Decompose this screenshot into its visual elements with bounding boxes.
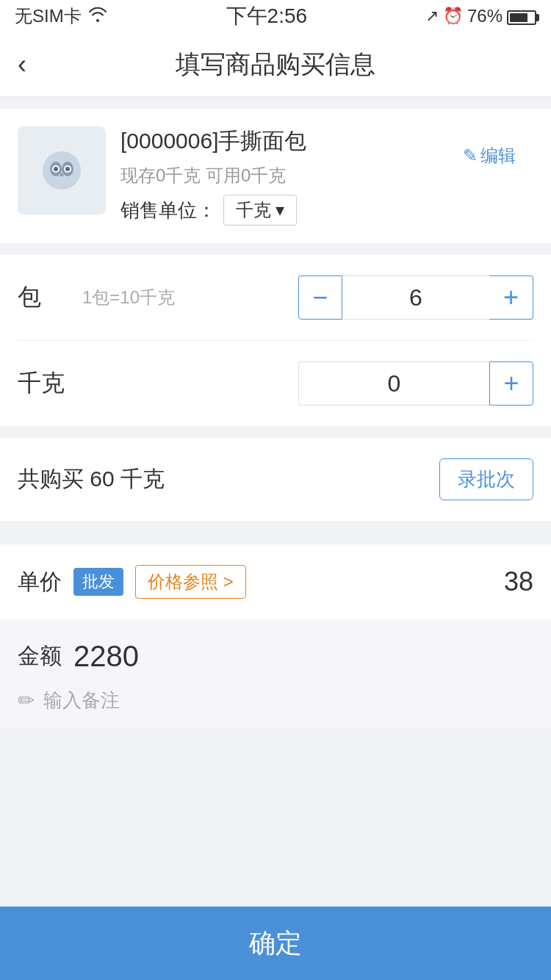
amount-section: 金额 2280 ✏ 输入备注	[0, 619, 551, 728]
status-bar: 无SIM卡 下午2:56 ↗ ⏰ 76%	[0, 0, 551, 32]
qty-label-kg: 千克	[18, 367, 76, 400]
price-tag: 批发	[73, 568, 123, 596]
quantity-section: 包 1包=10千克 − + 千克 +	[0, 255, 551, 426]
back-button[interactable]: ‹	[18, 49, 26, 80]
wifi-icon	[87, 6, 108, 26]
pencil-icon: ✏	[18, 688, 35, 713]
qty-plus-kg[interactable]: +	[489, 361, 533, 406]
battery-icon	[507, 6, 536, 26]
qty-controls-bag: − +	[298, 275, 533, 320]
amount-label: 金额	[18, 641, 62, 671]
note-placeholder: 输入备注	[43, 688, 120, 713]
total-section: 共购买 60 千克 录批次	[0, 438, 551, 521]
edit-button[interactable]: ✎ 编辑	[463, 144, 516, 167]
product-unit-row: 销售单位： 千克 ▾	[120, 195, 533, 226]
svg-point-0	[43, 151, 81, 190]
status-time: 下午2:56	[226, 2, 308, 30]
svg-point-5	[54, 167, 58, 171]
unit-select[interactable]: 千克 ▾	[223, 195, 297, 226]
edit-label: 编辑	[480, 144, 516, 167]
product-card: [0000006]手撕面包 现存0千克 可用0千克 销售单位： 千克 ▾ ✎ 编…	[0, 109, 551, 243]
unit-label: 销售单位：	[120, 198, 216, 223]
qty-row-kg: 千克 +	[18, 341, 533, 426]
price-label: 单价	[18, 567, 62, 597]
battery-percent: 76%	[467, 6, 503, 26]
qty-minus-bag[interactable]: −	[298, 275, 342, 320]
confirm-button[interactable]: 确定	[0, 907, 551, 980]
status-left: 无SIM卡	[15, 4, 108, 28]
page-title: 填写商品购买信息	[176, 48, 375, 82]
price-value: 38	[504, 566, 533, 597]
product-image	[18, 126, 106, 215]
qty-controls-kg: +	[298, 361, 533, 406]
total-label: 共购买 60 千克	[18, 464, 165, 494]
nav-bar: ‹ 填写商品购买信息	[0, 32, 551, 97]
amount-row: 金额 2280	[18, 640, 533, 673]
price-section: 单价 批发 价格参照 > 38	[0, 544, 551, 619]
qty-plus-bag[interactable]: +	[489, 275, 533, 320]
qty-label-bag: 包	[18, 281, 76, 314]
chevron-down-icon: ▾	[276, 200, 284, 220]
price-ref-button[interactable]: 价格参照 >	[135, 565, 246, 599]
note-row[interactable]: ✏ 输入备注	[18, 688, 533, 713]
qty-row-bag: 包 1包=10千克 − +	[18, 255, 533, 341]
edit-icon: ✎	[463, 145, 478, 166]
divider	[0, 521, 551, 533]
status-right: ↗ ⏰ 76%	[425, 6, 536, 26]
unit-value: 千克	[236, 198, 271, 222]
location-icon: ↗	[425, 7, 439, 26]
product-info: [0000006]手撕面包 现存0千克 可用0千克 销售单位： 千克 ▾ ✎ 编…	[120, 126, 533, 226]
amount-value: 2280	[73, 640, 139, 673]
qty-input-kg[interactable]	[298, 361, 489, 406]
qty-sublabel-bag: 1包=10千克	[82, 286, 298, 309]
carrier-label: 无SIM卡	[15, 4, 82, 28]
qty-input-bag[interactable]	[342, 275, 489, 320]
svg-point-6	[65, 167, 70, 171]
alarm-icon: ⏰	[443, 7, 463, 26]
batch-button[interactable]: 录批次	[439, 458, 533, 500]
